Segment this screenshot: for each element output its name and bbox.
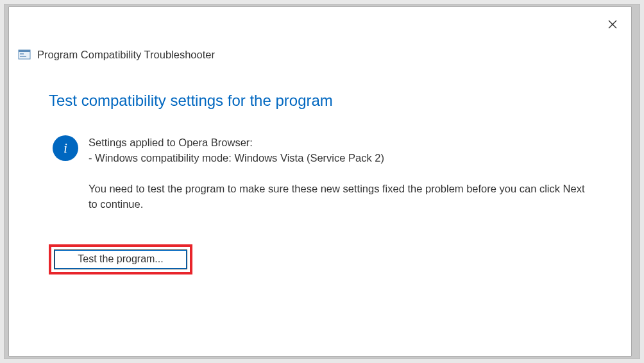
settings-applied-label: Settings applied to Opera Browser:: [89, 135, 593, 151]
info-icon: i: [53, 135, 78, 161]
svg-rect-5: [20, 56, 26, 57]
svg-rect-4: [20, 53, 24, 55]
close-button[interactable]: [607, 19, 618, 30]
info-row: i Settings applied to Opera Browser: - W…: [49, 135, 593, 212]
info-text: Settings applied to Opera Browser: - Win…: [89, 135, 593, 212]
main-heading: Test compatibility settings for the prog…: [49, 92, 593, 110]
highlight-frame: Test the program...: [49, 244, 192, 274]
troubleshooter-icon: [18, 48, 31, 61]
test-program-button[interactable]: Test the program...: [54, 249, 187, 269]
outer-frame: Program Compatibility Troubleshooter Tes…: [4, 4, 640, 359]
header-row: Program Compatibility Troubleshooter: [9, 7, 631, 61]
compat-mode-value: - Windows compatibility mode: Windows Vi…: [89, 151, 593, 166]
test-instruction-text: You need to test the program to make sur…: [89, 182, 593, 212]
svg-rect-3: [19, 50, 30, 52]
content-area: Test compatibility settings for the prog…: [9, 61, 631, 274]
close-icon: [607, 19, 618, 30]
troubleshooter-dialog: Program Compatibility Troubleshooter Tes…: [8, 6, 632, 357]
header-title: Program Compatibility Troubleshooter: [37, 49, 215, 61]
